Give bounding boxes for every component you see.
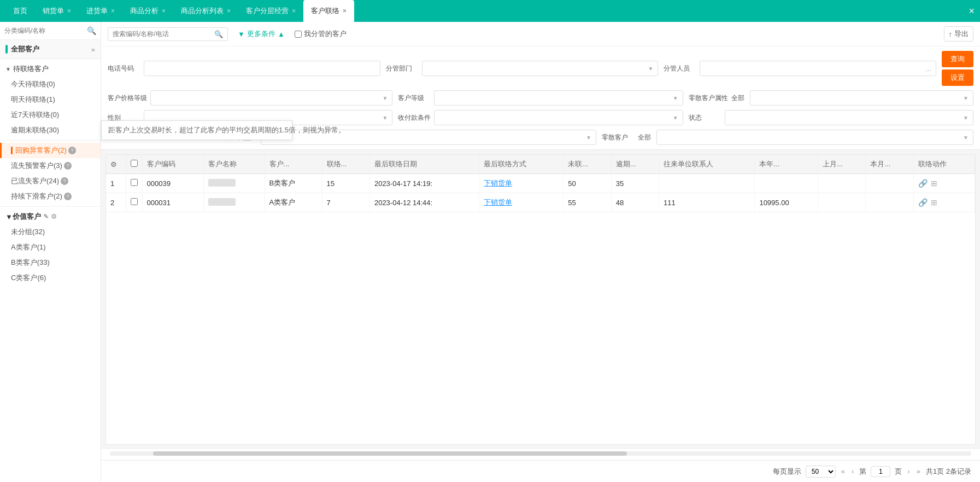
- link-icon-2[interactable]: 🔗: [918, 198, 928, 207]
- th-uncontacted[interactable]: 未联...: [564, 155, 611, 174]
- nav-item-analysis-list[interactable]: 商品分析列表 ×: [173, 0, 238, 22]
- payment-select[interactable]: ▼: [434, 110, 683, 125]
- all-customers-header[interactable]: 全部客户 »: [0, 40, 101, 59]
- collapse-icon[interactable]: »: [91, 45, 95, 54]
- phone-input[interactable]: [144, 61, 380, 76]
- sidebar-item-tomorrow[interactable]: 明天待联络(1): [0, 92, 101, 107]
- close-icon[interactable]: ×: [162, 7, 166, 15]
- my-customers-checkbox[interactable]: [295, 31, 302, 38]
- more-conditions-button[interactable]: ▼ 更多条件 ▲: [233, 27, 289, 41]
- retail-attr-select[interactable]: ▼: [750, 90, 973, 106]
- sidebar-item-ungrouped[interactable]: 未分组(32): [0, 224, 101, 240]
- search-icon: 🔍: [214, 30, 223, 38]
- close-all-button[interactable]: ×: [969, 5, 975, 17]
- th-customer-name[interactable]: 客户名称: [203, 155, 265, 174]
- info-icon[interactable]: ?: [61, 177, 68, 185]
- close-icon[interactable]: ×: [227, 7, 231, 15]
- info-icon[interactable]: ?: [64, 193, 72, 200]
- config-icon[interactable]: ⚙: [51, 213, 57, 220]
- status-select[interactable]: ▼: [725, 110, 973, 125]
- td-last-month-1: [818, 174, 866, 193]
- info-icon[interactable]: ?: [68, 147, 76, 154]
- price-level-select[interactable]: ▼: [150, 90, 392, 106]
- sidebar-item-declining[interactable]: 持续下滑客户(2) ?: [0, 189, 101, 204]
- search-input[interactable]: [113, 30, 214, 38]
- masked-name-2: [208, 198, 236, 206]
- edit-icon[interactable]: ✎: [43, 213, 49, 220]
- action-icons-1: 🔗 ⊞: [918, 179, 970, 188]
- horizontal-scrollbar-track[interactable]: [110, 451, 971, 456]
- grid-icon-1[interactable]: ⊞: [931, 179, 937, 188]
- sidebar-item-7days[interactable]: 近7天待联络(0): [0, 107, 101, 123]
- pending-contact-group-header[interactable]: ▼ 待联络客户: [0, 61, 101, 77]
- sidebar-search-input[interactable]: [4, 27, 87, 34]
- td-contact-count-2: 7: [322, 193, 369, 212]
- first-page-button[interactable]: «: [840, 467, 846, 475]
- close-icon[interactable]: ×: [343, 7, 347, 15]
- data-table-wrap: ⚙ 客户编码 客户名称 客户...: [105, 154, 976, 445]
- settings-button[interactable]: 设置: [942, 69, 973, 86]
- th-last-contact-date[interactable]: 最后联络日期: [369, 155, 479, 174]
- th-customer-code[interactable]: 客户编码: [142, 155, 203, 174]
- manager-select[interactable]: ...: [700, 61, 936, 76]
- th-overdue[interactable]: 逾期...: [611, 155, 659, 174]
- sidebar-item-repurchase-anomaly[interactable]: 回购异常客户(2) ?: [0, 143, 101, 158]
- phone-label: 电话号码: [108, 64, 140, 73]
- query-button[interactable]: 查询: [942, 51, 973, 67]
- td-last-method-2: 下销货单: [479, 193, 564, 212]
- nav-item-analysis[interactable]: 商品分析 ×: [122, 0, 173, 22]
- department-select[interactable]: ▼: [422, 61, 659, 76]
- th-this-month[interactable]: 本月...: [866, 155, 913, 174]
- action-icons-2: 🔗 ⊞: [918, 198, 970, 207]
- td-this-month-2: [866, 193, 913, 212]
- th-last-contact-method[interactable]: 最后联络方式: [479, 155, 564, 174]
- sidebar-item-overdue[interactable]: 逾期未联络(30): [0, 123, 101, 138]
- sidebar-item-class-b[interactable]: B类客户(33): [0, 255, 101, 270]
- info-icon[interactable]: ?: [64, 162, 72, 170]
- per-page-select[interactable]: 50 100: [806, 466, 836, 478]
- grid-icon-2[interactable]: ⊞: [931, 198, 937, 207]
- page-number-input[interactable]: [871, 466, 890, 477]
- arrow-down-icon: ▼: [5, 213, 13, 221]
- nav-item-customer-contact[interactable]: 客户联络 ×: [303, 0, 354, 22]
- sidebar-item-class-c[interactable]: C类客户(6): [0, 270, 101, 286]
- chevron-down-icon: ▼: [648, 66, 653, 72]
- chevron-down-icon: ▼: [673, 115, 678, 121]
- retail-customer-select[interactable]: ▼: [656, 130, 973, 145]
- pagination-bar: 每页显示 50 100 « ‹ 第 页 › » 共1页 2条记录: [101, 460, 980, 482]
- horizontal-scrollbar-thumb[interactable]: [153, 451, 627, 456]
- select-all-checkbox[interactable]: [131, 160, 138, 167]
- link-icon-1[interactable]: 🔗: [918, 179, 928, 188]
- th-this-year[interactable]: 本年...: [755, 155, 818, 174]
- export-button[interactable]: ↑ 导出: [944, 26, 974, 42]
- my-customers-checkbox-wrap[interactable]: 我分管的客户: [295, 29, 347, 39]
- value-customer-group-header[interactable]: ▼ 价值客户 ✎ ⚙: [0, 209, 101, 224]
- th-last-month[interactable]: 上月...: [818, 155, 866, 174]
- sidebar-item-class-a[interactable]: A类客户(1): [0, 240, 101, 255]
- sidebar-item-today[interactable]: 今天待联络(0): [0, 77, 101, 92]
- accent-bar: [5, 45, 8, 54]
- row-checkbox-1[interactable]: [131, 179, 138, 186]
- main-layout: 🔍 全部客户 » ▼ 待联络客户 今天待联络(0) 明天待联络(1) 近7天待联…: [0, 22, 980, 482]
- th-contact-count[interactable]: 联络...: [322, 155, 369, 174]
- gear-icon[interactable]: ⚙: [110, 160, 117, 169]
- nav-item-customer-segment[interactable]: 客户分层经营 ×: [238, 0, 303, 22]
- th-unit-contacts[interactable]: 往来单位联系人: [659, 155, 755, 174]
- row-checkbox-2[interactable]: [131, 198, 138, 205]
- th-customer-level[interactable]: 客户...: [265, 155, 322, 174]
- nav-item-purchase[interactable]: 进货单 ×: [79, 0, 122, 22]
- th-seq: ⚙: [106, 155, 126, 174]
- next-page-button[interactable]: ›: [906, 467, 911, 475]
- nav-item-home[interactable]: 首页: [5, 0, 35, 22]
- chevron-down-icon: ▼: [382, 115, 388, 121]
- prev-page-button[interactable]: ‹: [850, 467, 855, 475]
- chevron-up-icon: ▲: [278, 30, 285, 38]
- sidebar-item-churned[interactable]: 已流失客户(24) ?: [0, 173, 101, 189]
- close-icon[interactable]: ×: [111, 7, 115, 15]
- close-icon[interactable]: ×: [67, 7, 71, 15]
- close-icon[interactable]: ×: [292, 7, 296, 15]
- nav-item-sales[interactable]: 销货单 ×: [35, 0, 79, 22]
- customer-level-select[interactable]: ▼: [434, 90, 683, 106]
- sidebar-item-churn-warning[interactable]: 流失预警客户(3) ?: [0, 158, 101, 173]
- last-page-button[interactable]: »: [916, 467, 922, 475]
